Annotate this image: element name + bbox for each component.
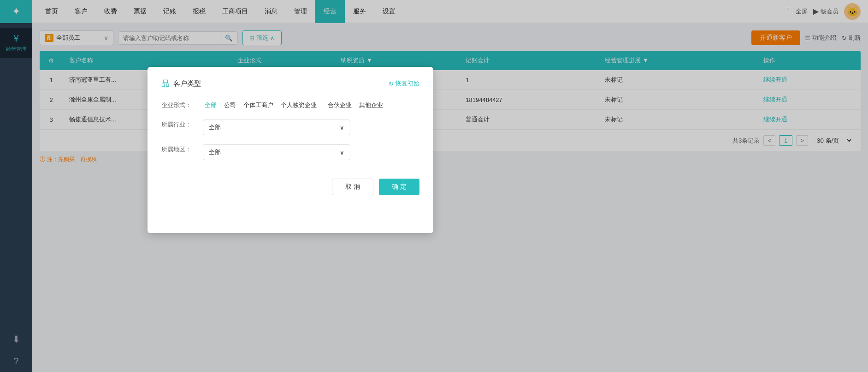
option-sole-proprietorship[interactable]: 个人独资企业	[279, 100, 319, 110]
modal-overlay: 品 客户类型 ↻ 恢复初始 企业形式： 全部 公司 个体工商户 个人独资企业 合…	[0, 0, 868, 372]
industry-label: 所属行业：	[161, 120, 203, 129]
industry-arrow-icon: ∨	[340, 124, 344, 131]
reset-icon: ↻	[389, 80, 394, 87]
cancel-button[interactable]: 取 消	[332, 179, 373, 195]
option-individual[interactable]: 个体工商户	[242, 100, 275, 110]
modal-title-icon: 品	[161, 78, 170, 89]
region-select[interactable]: 全部 ∨	[203, 144, 350, 160]
enterprise-label: 企业形式：	[161, 100, 203, 109]
option-other[interactable]: 其他企业	[357, 100, 385, 110]
modal-header: 品 客户类型 ↻ 恢复初始	[161, 78, 419, 89]
region-arrow-icon: ∨	[340, 149, 344, 156]
industry-row: 所属行业： 全部 ∨	[161, 120, 419, 135]
region-row: 所属地区： 全部 ∨	[161, 144, 419, 160]
option-company[interactable]: 公司	[222, 100, 238, 110]
industry-select[interactable]: 全部 ∨	[203, 120, 350, 135]
option-partnership[interactable]: 合伙企业	[326, 100, 354, 110]
enterprise-form-row: 企业形式： 全部 公司 个体工商户 个人独资企业 合伙企业 其他企业	[161, 100, 419, 110]
enterprise-options: 全部 公司 个体工商户 个人独资企业 合伙企业 其他企业	[203, 100, 385, 110]
filter-modal: 品 客户类型 ↻ 恢复初始 企业形式： 全部 公司 个体工商户 个人独资企业 合…	[148, 67, 433, 233]
confirm-button[interactable]: 确 定	[379, 179, 419, 195]
region-label: 所属地区：	[161, 144, 203, 154]
modal-title: 品 客户类型	[161, 78, 201, 89]
option-all[interactable]: 全部	[203, 100, 218, 110]
modal-footer: 取 消 确 定	[161, 179, 419, 195]
reset-button[interactable]: ↻ 恢复初始	[389, 79, 419, 88]
